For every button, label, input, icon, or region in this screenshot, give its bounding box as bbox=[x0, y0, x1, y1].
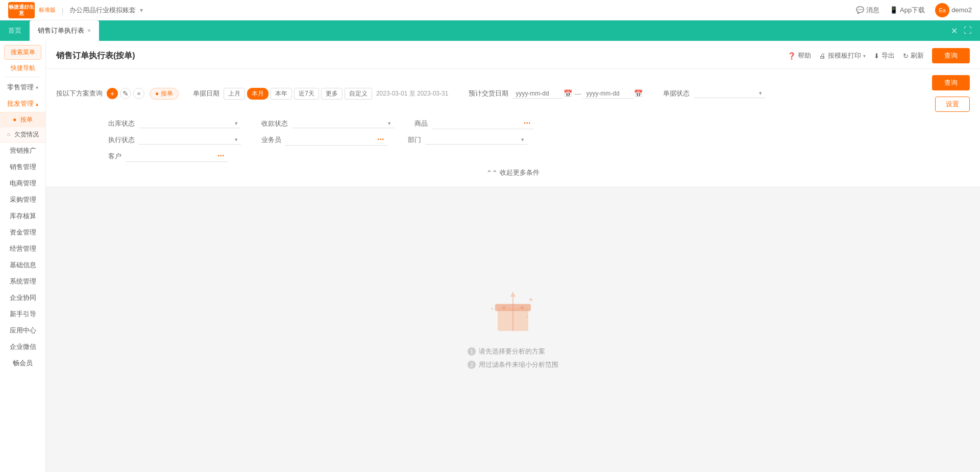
message-label: 消息 bbox=[866, 6, 879, 15]
date-label: 单据日期 bbox=[193, 89, 219, 98]
salesman-picker-btn[interactable]: ··· bbox=[377, 135, 384, 144]
sidebar-sub-item-anorder[interactable]: ● 按单 bbox=[0, 112, 45, 127]
tab-home[interactable]: 首页 bbox=[0, 20, 30, 41]
sidebar-item-system[interactable]: 系统管理 bbox=[0, 273, 45, 290]
collapse-scheme-btn[interactable]: « bbox=[133, 88, 144, 99]
calendar-icon-start[interactable]: 📅 bbox=[564, 89, 572, 98]
logo: 畅捷通好生意 bbox=[8, 2, 35, 18]
print-btn[interactable]: 🖨 按模板打印 ▾ bbox=[819, 51, 866, 60]
collapse-more-btn[interactable]: ⌃⌃ 收起更多条件 bbox=[56, 165, 970, 180]
payment-arrow: ▾ bbox=[388, 120, 391, 127]
payment-status-select[interactable]: ▾ bbox=[292, 119, 394, 128]
sidebar-item-newbie[interactable]: 新手引导 bbox=[0, 306, 45, 322]
export-icon: ⬇ bbox=[874, 52, 879, 60]
top-bar-left: 畅捷通好生意 标准版 | 办公用品行业模拟账套 ▾ bbox=[8, 2, 143, 18]
date-prev-month-btn[interactable]: 上月 bbox=[224, 88, 245, 100]
sidebar-item-wholesale-label: 批发管理 bbox=[7, 100, 34, 107]
sidebar-item-marketing[interactable]: 营销推广 bbox=[0, 143, 45, 159]
date-this-year-btn[interactable]: 本年 bbox=[271, 88, 292, 100]
filter-row3: 执行状态 ▾ 业务员 ··· 部门 ▾ bbox=[56, 134, 970, 146]
goods-picker-btn[interactable]: ··· bbox=[524, 119, 530, 128]
sidebar-item-wholesale[interactable]: 批发管理 ▴ bbox=[0, 96, 45, 112]
app-download-btn[interactable]: 📱 App下载 bbox=[890, 6, 925, 15]
tab-close-icon[interactable]: × bbox=[87, 27, 91, 34]
content-area: 销售订单执行表(按单) ❓ 帮助 🖨 按模板打印 ▾ ⬇ 导出 ↻ 刷新 bbox=[46, 41, 980, 472]
status-select[interactable]: ▾ bbox=[694, 89, 765, 98]
edit-scheme-btn[interactable]: ✎ bbox=[120, 88, 131, 99]
sidebar-item-corpwx[interactable]: 企业微信 bbox=[0, 339, 45, 355]
tab-home-label: 首页 bbox=[8, 26, 21, 35]
tip-row-1: 1 请先选择要分析的方案 bbox=[468, 345, 558, 358]
search-query-btn[interactable]: 查询 bbox=[932, 75, 970, 90]
page-title: 销售订单执行表(按单) bbox=[56, 51, 135, 61]
collapse-icon: ⌃⌃ bbox=[486, 169, 498, 177]
tip-text-1: 请先选择要分析的方案 bbox=[479, 345, 545, 358]
top-title-arrow[interactable]: ▾ bbox=[140, 7, 143, 14]
export-btn[interactable]: ⬇ 导出 bbox=[874, 51, 895, 60]
date-cur-month-btn[interactable]: 本月 bbox=[247, 88, 268, 100]
search-btn[interactable]: 查询 bbox=[932, 48, 970, 63]
expected-delivery-label: 预计交货日期 bbox=[469, 89, 508, 98]
date-7days-btn[interactable]: 近7天 bbox=[294, 88, 319, 100]
top-bar: 畅捷通好生意 标准版 | 办公用品行业模拟账套 ▾ 💬 消息 📱 App下载 E… bbox=[0, 0, 980, 20]
filter-row2: 出库状态 ▾ 收款状态 ▾ 商品 ··· bbox=[56, 118, 970, 129]
customer-input[interactable] bbox=[126, 151, 217, 160]
sidebar-item-appstore[interactable]: 应用中心 bbox=[0, 322, 45, 339]
sidebar-item-enterprise[interactable]: 企业协同 bbox=[0, 290, 45, 306]
refresh-btn[interactable]: ↻ 刷新 bbox=[903, 51, 924, 60]
close-window-icon[interactable]: ✕ bbox=[951, 26, 958, 36]
fullscreen-icon[interactable]: ⛶ bbox=[964, 26, 972, 36]
salesman-input-group: ··· bbox=[285, 134, 387, 146]
dept-label: 部门 bbox=[408, 135, 421, 145]
date-quick-group: 上月 本月 本年 近7天 更多 自定义 bbox=[224, 88, 372, 100]
sidebar-item-retail[interactable]: 零售管理 ▾ bbox=[0, 79, 45, 96]
sidebar-sub-group: ● 按单 ○ 欠货情况 bbox=[0, 112, 45, 143]
message-btn[interactable]: 💬 消息 bbox=[856, 6, 879, 15]
customer-picker-btn[interactable]: ··· bbox=[217, 151, 224, 160]
expected-delivery-end[interactable] bbox=[583, 89, 634, 99]
tip-num-1: 1 bbox=[468, 347, 476, 356]
sidebar-item-member[interactable]: 畅会员 bbox=[0, 355, 45, 371]
sidebar-item-purchase[interactable]: 采购管理 bbox=[0, 192, 45, 208]
sub-item-anorder-label: 按单 bbox=[20, 116, 33, 123]
dept-arrow: ▾ bbox=[521, 136, 524, 143]
exec-status-select[interactable]: ▾ bbox=[139, 135, 241, 145]
quick-nav-btn[interactable]: 快捷导航 bbox=[0, 62, 45, 75]
date-custom-btn[interactable]: 自定义 bbox=[345, 88, 372, 100]
divider1 bbox=[4, 77, 41, 77]
main-layout: 搜索菜单 快捷导航 零售管理 ▾ 批发管理 ▴ ● 按单 ○ 欠货情况 营销推广 bbox=[0, 41, 980, 472]
add-scheme-btn[interactable]: + bbox=[107, 88, 118, 99]
scheme-label: 按以下方案查询 bbox=[56, 89, 103, 98]
sidebar-item-marketing-label: 营销推广 bbox=[10, 147, 36, 154]
salesman-input[interactable] bbox=[285, 134, 377, 144]
sidebar-item-finance[interactable]: 资金管理 bbox=[0, 224, 45, 241]
tab-active[interactable]: 销售订单执行表 × bbox=[30, 20, 99, 41]
sidebar-item-basic[interactable]: 基础信息 bbox=[0, 257, 45, 273]
active-scheme-tag[interactable]: ● 按单 bbox=[150, 88, 179, 100]
delivery-status-select[interactable]: ▾ bbox=[139, 119, 241, 128]
refresh-icon: ↻ bbox=[903, 52, 909, 60]
search-menu-btn[interactable]: 搜索菜单 bbox=[4, 45, 41, 60]
user-profile-btn[interactable]: Ea demo2 bbox=[935, 3, 972, 17]
settings-btn[interactable]: 设置 bbox=[935, 97, 970, 112]
sidebar-item-inventory[interactable]: 库存核算 bbox=[0, 208, 45, 224]
print-label: 按模板打印 bbox=[828, 51, 861, 60]
page-actions: ❓ 帮助 🖨 按模板打印 ▾ ⬇ 导出 ↻ 刷新 查询 bbox=[788, 48, 970, 63]
sidebar-sub-item-debt[interactable]: ○ 欠货情况 bbox=[0, 127, 45, 142]
sidebar-item-corpwx-label: 企业微信 bbox=[10, 343, 36, 350]
expected-delivery-start[interactable] bbox=[512, 89, 564, 99]
delivery-status-label: 出库状态 bbox=[108, 119, 135, 128]
sidebar-item-ecom-label: 电商管理 bbox=[10, 179, 36, 187]
dept-select[interactable]: ▾ bbox=[425, 135, 527, 145]
sidebar-item-operation[interactable]: 经营管理 bbox=[0, 241, 45, 257]
goods-input[interactable] bbox=[432, 118, 524, 128]
date-more-btn[interactable]: 更多 bbox=[321, 88, 342, 100]
user-name: demo2 bbox=[951, 6, 972, 14]
help-btn[interactable]: ❓ 帮助 bbox=[788, 51, 811, 60]
sidebar-item-ecom[interactable]: 电商管理 bbox=[0, 175, 45, 192]
tab-bar-actions: ✕ ⛶ bbox=[951, 26, 972, 36]
sidebar-item-sales[interactable]: 销售管理 bbox=[0, 159, 45, 175]
svg-text:✦: ✦ bbox=[528, 296, 533, 303]
logo-text: 畅捷通好生意 bbox=[8, 4, 35, 16]
calendar-icon-end[interactable]: 📅 bbox=[634, 89, 643, 98]
